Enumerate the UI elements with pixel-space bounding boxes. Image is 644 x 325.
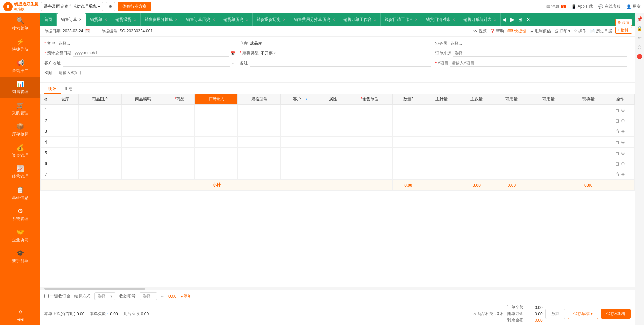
project-b-input[interactable] (57, 69, 237, 76)
row-1-attribute[interactable] (319, 105, 346, 115)
sidebar-item-inventory[interactable]: 📦 库存核算 (0, 119, 40, 140)
row-2-available2[interactable] (529, 115, 571, 126)
tab-cash-reconcile-close[interactable]: ✕ (452, 18, 455, 22)
system-selector[interactable]: 装备及固定资产辅助管理系统 ▾ (41, 2, 103, 11)
sidebar-item-search[interactable]: 🔍 搜索菜单 (0, 13, 40, 35)
sidebar-item-sales[interactable]: 📊 销售管理 (0, 77, 40, 98)
sidebar-item-basic[interactable]: 📋 基础信息 (0, 183, 40, 204)
right-panel-edit-icon[interactable]: ✏ (636, 34, 644, 42)
tab-sales-return[interactable]: 销货退货 ✕ (111, 13, 141, 26)
sidebar-item-purchase[interactable]: 🛒 采购管理 (0, 98, 40, 119)
tab-cash-workbench[interactable]: 钱货日清工作台 ✕ (381, 13, 422, 26)
row-2-main-unit[interactable] (424, 115, 459, 126)
tab-nav-expand[interactable]: ⊞ (516, 13, 524, 26)
calendar-icon[interactable]: 📅 (85, 29, 90, 33)
one-click-payment-label[interactable]: 一键收订金 (44, 293, 70, 299)
right-panel-lock-icon[interactable]: 🔒 (636, 24, 644, 32)
address-input[interactable] (63, 59, 230, 67)
address-dots[interactable]: ··· (232, 60, 236, 66)
settings-icon-btn[interactable]: ⚙ (106, 2, 115, 11)
invoice-type-select[interactable]: 不开票 ▾ (261, 50, 276, 56)
row-5-delete-btn[interactable]: 🗑 (615, 150, 620, 156)
row-3-copy-btn[interactable]: ⊕ (621, 129, 625, 134)
sidebar-settings[interactable]: ⚙ (18, 310, 22, 314)
tab-fee-history[interactable]: 销售费用分摊单历史 ✕ (290, 13, 339, 26)
discard-button[interactable]: 放弃 (545, 309, 565, 319)
salesperson-dots[interactable]: ··· (622, 41, 627, 46)
tab-sales-stats-close[interactable]: ✕ (494, 18, 496, 22)
row-1-customer-code[interactable] (281, 105, 319, 115)
tab-summary[interactable]: 汇总 (61, 85, 77, 94)
print-btn[interactable]: 🖨 打印 ▾ (554, 28, 570, 34)
row-2-delete-btn[interactable]: 🗑 (615, 118, 620, 123)
tab-order-history[interactable]: 销售订单历史 ✕ (182, 13, 219, 26)
row-6-delete-btn[interactable]: 🗑 (615, 161, 620, 166)
right-panel-pin-icon[interactable]: 📌 (636, 15, 644, 23)
right-panel-star-icon[interactable]: ☆ (636, 43, 644, 51)
tab-sales-fee[interactable]: 销售费用分摊单 ✕ (141, 13, 182, 26)
col-scan[interactable]: 扫码录入 (195, 94, 238, 105)
tab-return-history[interactable]: 销货退货历史 ✕ (253, 13, 290, 26)
row-2-customer-code[interactable] (281, 115, 319, 126)
online-service-item[interactable]: 💬 在线客服 (598, 4, 621, 9)
row-1-qty2[interactable] (392, 105, 424, 115)
salesperson-input[interactable] (449, 40, 620, 47)
sidebar-item-marketing[interactable]: 📢 营销推广 (0, 56, 40, 77)
tab-close-all[interactable]: ✕ (524, 13, 532, 26)
row-1-main-qty[interactable] (459, 105, 494, 115)
tab-sales-bill[interactable]: 销货单 ✕ (86, 13, 111, 26)
customer-input[interactable] (57, 40, 230, 47)
row-2-unit[interactable] (346, 115, 392, 126)
sidebar-item-nav[interactable]: ⚡ 快捷导航 (0, 35, 40, 56)
tab-detail[interactable]: 明细 (44, 85, 61, 94)
tab-nav-prev[interactable]: ◀ (501, 13, 508, 26)
row-2-qty2[interactable] (392, 115, 424, 126)
row-2-stock[interactable] (571, 115, 606, 126)
row-6-copy-btn[interactable]: ⊕ (621, 161, 625, 166)
row-1-copy-btn[interactable]: ⊕ (621, 107, 625, 113)
one-click-payment-checkbox[interactable] (44, 294, 49, 298)
sidebar-item-guide[interactable]: 🎓 新手引导 (0, 246, 40, 268)
tab-order-history-close[interactable]: ✕ (212, 18, 215, 22)
row-1-unit[interactable] (346, 105, 392, 115)
sidebar-collapse[interactable]: ◀◀ (17, 317, 23, 322)
h-scrollbar-thumb[interactable] (44, 288, 145, 290)
row-1-goods[interactable] (164, 105, 195, 115)
side-settings-btn[interactable]: ⚙ 设置 (615, 26, 632, 26)
save-draft-button[interactable]: 保存草稿 ▾ (568, 309, 598, 319)
col-setting[interactable]: ⚙ (41, 94, 51, 105)
row-1-main-unit[interactable] (424, 105, 459, 115)
row-4-delete-btn[interactable]: 🗑 (615, 139, 620, 145)
row-2-warehouse[interactable] (51, 115, 79, 126)
tab-sales-order-close[interactable]: ✕ (79, 18, 82, 22)
right-panel-alert-icon[interactable]: 🔴 (636, 52, 644, 60)
row-1-available2[interactable] (529, 105, 571, 115)
row-1-code[interactable] (121, 105, 164, 115)
tab-nav-next[interactable]: ▶ (508, 13, 516, 26)
customer-dots[interactable]: ··· (232, 41, 236, 46)
tab-sales-fee-close[interactable]: ✕ (175, 18, 178, 22)
profit-btn[interactable]: ☁ 毛利预估 (530, 28, 551, 34)
add-payment-btn[interactable]: ● 添加 (180, 293, 191, 299)
account-select[interactable]: 选择... (140, 292, 157, 300)
message-item[interactable]: ✉ 消息 9 (546, 4, 566, 9)
project-a-input[interactable] (450, 59, 627, 67)
row-3-warehouse[interactable] (51, 126, 79, 137)
row-4-copy-btn[interactable]: ⊕ (621, 139, 625, 145)
tab-fee-history-close[interactable]: ✕ (332, 18, 335, 22)
history-btn[interactable]: 📄 历史单据 (590, 28, 612, 34)
help-btn[interactable]: ❓ 帮助 (490, 28, 504, 34)
row-2-goods[interactable] (164, 115, 195, 126)
tab-bill-history-close[interactable]: ✕ (245, 18, 248, 22)
app-download-item[interactable]: 📱 App下载 (571, 4, 593, 9)
row-3-delete-btn[interactable]: 🗑 (615, 129, 620, 134)
user-item[interactable]: 👤 用友 (626, 4, 641, 9)
warehouse-dots[interactable]: ··· (264, 41, 268, 46)
row-1-spec[interactable] (238, 105, 281, 115)
row-1-stock[interactable] (571, 105, 606, 115)
tab-return-history-close[interactable]: ✕ (283, 18, 286, 22)
row-2-spec[interactable] (238, 115, 281, 126)
tab-sales-bill-close[interactable]: ✕ (104, 18, 107, 22)
sidebar-item-management[interactable]: 📈 经营管理 (0, 162, 40, 183)
side-material-btn[interactable]: + 物料 (615, 27, 632, 34)
